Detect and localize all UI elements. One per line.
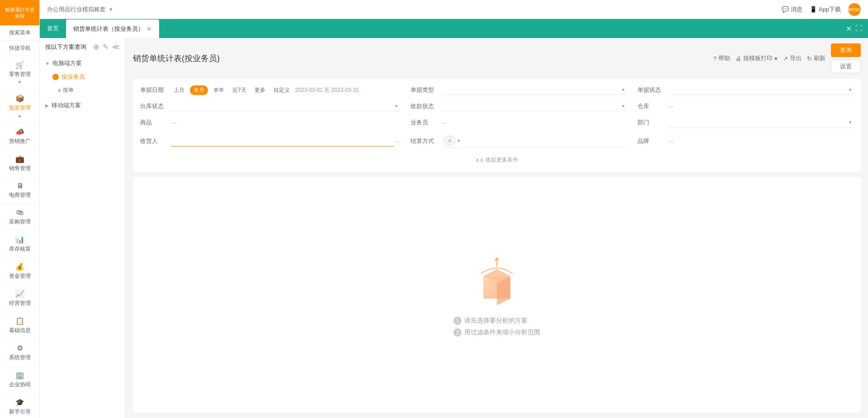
filter-row-1: 单据日期 上月 本月 本年 近7天 更多 自定义 2023-03-01 至 20… <box>140 85 854 95</box>
order-icon: ≡ <box>58 87 61 94</box>
filter-receipt: 收款状态 ▾ <box>410 101 627 111</box>
collapse-button[interactable]: ∧∧ 收起更多条件 <box>476 156 518 164</box>
filter-area: 单据日期 上月 本月 本年 近7天 更多 自定义 2023-03-01 至 20… <box>133 79 861 172</box>
tab-close-all-icon[interactable]: ✕ <box>846 24 852 33</box>
payment-tag-close[interactable]: × <box>448 137 452 144</box>
tab-fullscreen-icon[interactable]: ⛶ <box>855 24 863 33</box>
tree-arrow-mobile: ▶ <box>45 103 49 108</box>
dept-select[interactable]: ▾ <box>668 118 854 128</box>
main-area: 办公用品行业模拟账套 ▾ 💬 消息 📱 App下载 demo2 首页 销货单统计… <box>40 0 868 418</box>
payment-tag: × <box>443 136 456 146</box>
edit-scheme-icon[interactable]: ✎ <box>103 43 108 51</box>
print-dropdown-icon: ▾ <box>774 55 778 62</box>
date-btn-custom[interactable]: 自定义 <box>271 86 292 95</box>
date-group: 上月 本月 本年 近7天 更多 自定义 2023-03-01 至 2023-03… <box>171 86 359 95</box>
sidebar-item-wholesale[interactable]: 📦 批发管理 ▲ <box>0 90 39 123</box>
date-label: 单据日期 <box>140 86 167 94</box>
inventory-icon: 📊 <box>15 235 24 244</box>
export-button[interactable]: ↗ 导出 <box>783 54 802 62</box>
dept-arrow: ▾ <box>849 119 852 125</box>
collapse-bar: ∧∧ 收起更多条件 <box>140 154 854 166</box>
app-icon: 📱 <box>810 6 817 13</box>
doc-status-select[interactable]: ▾ <box>668 85 854 95</box>
app-download-button[interactable]: 📱 App下载 <box>810 5 841 14</box>
msg-icon: 💬 <box>782 6 789 13</box>
goods-dots[interactable]: ··· <box>171 119 176 126</box>
purchase-icon: 🛍 <box>16 209 24 217</box>
sidebar-item-basic[interactable]: 📋 基础信息 <box>0 312 39 339</box>
newbie-icon: 🎓 <box>15 398 24 407</box>
sidebar-logo[interactable]: 畅捷通好生意 标版 <box>0 0 39 25</box>
brand-label: 品牌 <box>637 137 665 145</box>
tree-parent-pc[interactable]: ▼ 电脑端方案 <box>40 57 125 70</box>
sidebar-item-system[interactable]: ⚙ 系统管理 <box>0 339 39 366</box>
system-icon: ⚙ <box>17 344 23 352</box>
tab-home[interactable]: 首页 <box>40 19 66 38</box>
stock-out-select[interactable]: ▾ <box>171 101 400 111</box>
date-btn-more[interactable]: 更多 <box>252 86 268 95</box>
sidebar-item-retail[interactable]: 🛒 零售管理 ▼ <box>0 56 39 90</box>
tab-close-icon[interactable]: ✕ <box>146 25 152 33</box>
page-title: 销货单统计表(按业务员) <box>133 53 220 64</box>
filter-dept: 部门 ▾ <box>637 118 854 128</box>
warehouse-dots[interactable]: ··· <box>668 103 674 110</box>
sidebar-quick-nav[interactable]: 快捷导航 <box>0 41 39 56</box>
empty-illustration <box>470 253 524 308</box>
date-btn-last-month[interactable]: 上月 <box>171 86 187 95</box>
sidebar-item-purchase[interactable]: 🛍 采购管理 <box>0 204 39 231</box>
export-icon: ↗ <box>783 55 788 62</box>
left-panel: 按以下方案查询 ⊕ ✎ ≪ ▼ 电脑端方案 按业务员 ≡ 按单 <box>40 38 126 418</box>
collapse-panel-icon[interactable]: ≪ <box>112 43 120 51</box>
header-right: 💬 消息 📱 App下载 demo2 <box>782 3 861 16</box>
date-btn-this-year[interactable]: 本年 <box>211 86 227 95</box>
settings-button[interactable]: 设置 <box>831 60 861 73</box>
refresh-button[interactable]: ↻ 刷新 <box>807 54 826 62</box>
tip-num-1: 1 <box>453 317 462 325</box>
template-print-button[interactable]: 🖨 按模板打印 ▾ <box>736 54 778 62</box>
enterprise-icon: 🏢 <box>15 371 24 380</box>
receipt-select[interactable]: ▾ <box>441 101 627 111</box>
breadcrumb-text: 办公用品行业模拟账套 <box>47 5 106 14</box>
consignee-label: 收货人 <box>140 137 167 145</box>
breadcrumb: 办公用品行业模拟账套 ▾ <box>47 5 113 14</box>
tab-sales-stat[interactable]: 销货单统计表（按业务员） ✕ <box>66 19 159 38</box>
msg-button[interactable]: 💬 消息 <box>782 5 802 14</box>
sidebar-item-newbie[interactable]: 🎓 新手引导 <box>0 394 39 418</box>
empty-tip-1-text: 请先选择要分析的方案 <box>464 317 528 325</box>
date-btn-7days[interactable]: 近7天 <box>230 86 249 95</box>
content-area: 按以下方案查询 ⊕ ✎ ≪ ▼ 电脑端方案 按业务员 ≡ 按单 <box>40 38 868 418</box>
sidebar-item-operation[interactable]: 📈 经营管理 <box>0 285 39 312</box>
tree-child-salesman[interactable]: 按业务员 <box>40 70 125 84</box>
avatar[interactable]: demo2 <box>848 3 861 16</box>
payment-label: 结算方式 <box>410 137 438 145</box>
print-icon: 🖨 <box>736 55 741 62</box>
page-actions: ? 帮助 🖨 按模板打印 ▾ ↗ 导出 ↻ 刷新 <box>713 43 861 73</box>
filter-warehouse: 仓库 ··· <box>637 102 854 110</box>
brand-dots[interactable]: ··· <box>668 138 674 145</box>
query-button[interactable]: 查询 <box>831 43 861 57</box>
sidebar-item-enterprise[interactable]: 🏢 企业协同 <box>0 366 39 394</box>
sidebar-item-ecommerce[interactable]: 🖥 电商管理 <box>0 177 39 204</box>
tree-parent-mobile[interactable]: ▶ 移动端方案 <box>40 99 125 112</box>
date-btn-this-month[interactable]: 本月 <box>190 86 208 95</box>
sidebar-item-inventory[interactable]: 📊 库存核算 <box>0 231 39 258</box>
help-button[interactable]: ? 帮助 <box>713 54 730 62</box>
breadcrumb-dropdown-icon[interactable]: ▾ <box>109 6 113 13</box>
doc-type-select[interactable]: ▾ <box>441 85 627 95</box>
sidebar-item-finance[interactable]: 💰 资金管理 <box>0 258 39 285</box>
salesman-dots[interactable]: ··· <box>441 119 447 126</box>
sidebar-item-sales[interactable]: 💼 销售管理 <box>0 150 39 177</box>
sidebar-search[interactable]: 搜索菜单 <box>0 25 39 41</box>
sidebar-item-marketing[interactable]: 📣 营销推广 <box>0 123 39 150</box>
tree-sub-order[interactable]: ≡ 按单 <box>40 84 125 97</box>
tab-bar: 首页 销货单统计表（按业务员） ✕ ✕ ⛶ <box>40 19 868 38</box>
add-scheme-icon[interactable]: ⊕ <box>93 43 99 51</box>
consignee-input[interactable] <box>171 136 394 147</box>
collapse-text: 收起更多条件 <box>486 156 518 164</box>
left-panel-icons: ⊕ ✎ ≪ <box>93 43 120 51</box>
left-panel-title: 按以下方案查询 <box>45 43 86 51</box>
left-panel-header: 按以下方案查询 ⊕ ✎ ≪ <box>40 38 125 55</box>
filter-consignee: 收货人 ··· <box>140 136 400 147</box>
payment-select[interactable]: × ▾ <box>441 134 627 148</box>
consignee-dots[interactable]: ··· <box>394 138 400 145</box>
